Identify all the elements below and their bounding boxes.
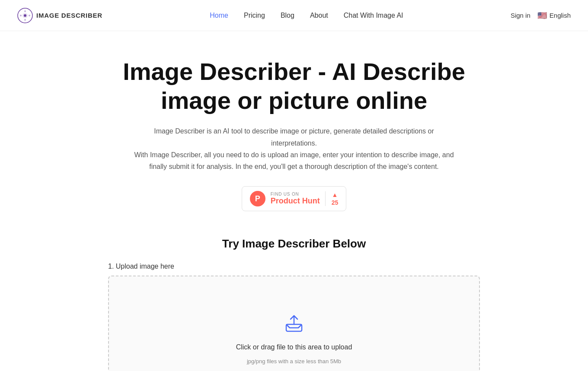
upvote-arrow-icon: ▲ xyxy=(332,191,338,198)
svg-point-6 xyxy=(20,15,22,16)
language-selector[interactable]: 🇺🇸 English xyxy=(537,11,571,20)
svg-point-5 xyxy=(24,19,26,21)
logo-link[interactable]: IMAGE DESCRIBER xyxy=(17,8,102,23)
nav-links: Home Pricing Blog About Chat With Image … xyxy=(210,12,403,19)
language-label: English xyxy=(550,12,571,19)
nav-home[interactable]: Home xyxy=(210,12,228,19)
nav-right: Sign in 🇺🇸 English xyxy=(511,11,571,20)
svg-point-2 xyxy=(24,14,26,17)
upload-cta-text: Click or drag file to this area to uploa… xyxy=(236,343,352,351)
svg-point-3 xyxy=(24,10,26,12)
upload-hint-text: jpg/png files with a size less than 5Mb xyxy=(247,358,341,365)
svg-point-4 xyxy=(29,15,30,16)
sign-in-button[interactable]: Sign in xyxy=(511,12,530,19)
upload-icon xyxy=(283,312,305,336)
product-hunt-logo: P xyxy=(250,191,265,206)
vote-count: 25 xyxy=(332,199,339,206)
nav-pricing[interactable]: Pricing xyxy=(244,12,265,19)
product-hunt-find-label: FIND US ON xyxy=(271,192,299,197)
hero-section: Image Describer - AI Describe image or p… xyxy=(0,31,588,220)
nav-blog[interactable]: Blog xyxy=(281,12,294,19)
hero-description: Image Describer is an AI tool to describ… xyxy=(134,125,454,172)
try-section-title: Try Image Describer Below xyxy=(108,237,480,251)
upload-step-label: 1. Upload image here xyxy=(108,263,480,270)
flag-icon: 🇺🇸 xyxy=(537,11,547,20)
product-hunt-text: FIND US ON Product Hunt xyxy=(271,192,320,206)
hero-title: Image Describer - AI Describe image or p… xyxy=(108,57,480,115)
nav-chat-with-image-ai[interactable]: Chat With Image AI xyxy=(344,12,403,19)
main-content: Try Image Describer Below 1. Upload imag… xyxy=(99,220,489,371)
logo-text: IMAGE DESCRIBER xyxy=(36,12,102,19)
product-hunt-votes: ▲ 25 xyxy=(325,191,339,206)
product-hunt-badge[interactable]: P FIND US ON Product Hunt ▲ 25 xyxy=(242,186,347,211)
product-hunt-name: Product Hunt xyxy=(271,197,320,206)
navbar: IMAGE DESCRIBER Home Pricing Blog About … xyxy=(0,0,588,31)
logo-icon xyxy=(17,8,33,23)
upload-area[interactable]: Click or drag file to this area to uploa… xyxy=(108,276,480,371)
nav-about[interactable]: About xyxy=(310,12,328,19)
